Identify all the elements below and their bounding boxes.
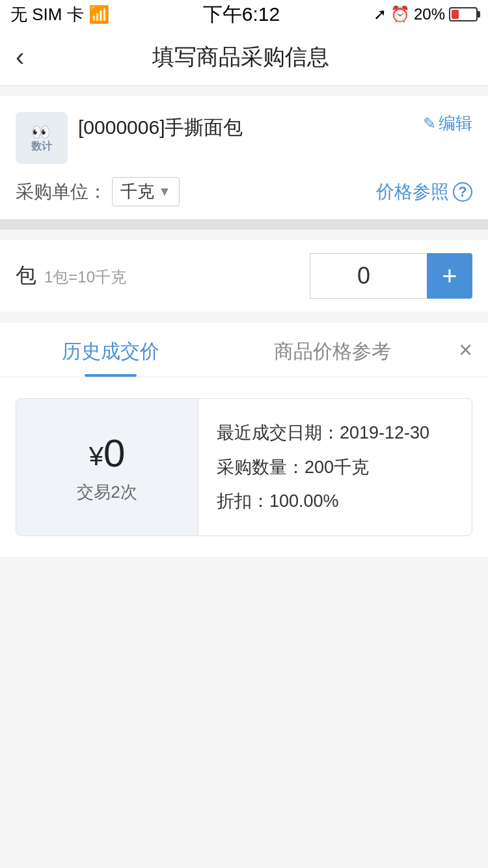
nav-bar: ‹ 填写商品采购信息	[0, 29, 488, 86]
tab-history-price-label: 历史成交价	[62, 340, 159, 362]
edit-label: 编辑	[439, 112, 472, 135]
price-value: 0	[103, 431, 125, 475]
purchase-qty-row: 采购数量：200千克	[217, 454, 454, 481]
product-unit-row: 采购单位： 千克 ▼ 价格参照 ?	[16, 177, 472, 206]
product-name: [0000006]手撕面包	[78, 112, 243, 141]
close-icon: ×	[459, 336, 472, 363]
discount-label: 折扣：	[217, 491, 269, 511]
price-ref-info-icon: ?	[453, 182, 472, 202]
quantity-unit: 包	[16, 262, 36, 290]
tab-product-price-ref[interactable]: 商品价格参考	[221, 323, 442, 377]
price-card-right: 最近成交日期：2019-12-30 采购数量：200千克 折扣：100.00%	[198, 399, 472, 536]
status-left: 无 SIM 卡 📶	[10, 3, 109, 26]
tabs-close-button[interactable]: ×	[443, 336, 488, 364]
recent-date-row: 最近成交日期：2019-12-30	[217, 420, 454, 446]
quantity-section: 包 1包=10千克 +	[0, 240, 488, 312]
recent-date-value: 2019-12-30	[340, 423, 429, 442]
logo-text: 数计	[31, 141, 52, 152]
product-logo: 👀 数计	[16, 112, 68, 164]
unit-arrow-icon: ▼	[158, 184, 171, 199]
divider	[0, 219, 488, 230]
location-icon: ➚	[373, 5, 386, 23]
quantity-input-wrap: +	[310, 253, 472, 299]
edit-button[interactable]: ✎ 编辑	[423, 112, 472, 135]
tab-content: ¥0 交易2次 最近成交日期：2019-12-30 采购数量：200千克 折扣：…	[0, 377, 488, 557]
product-info: 👀 数计 [0000006]手撕面包	[16, 112, 243, 164]
quantity-input[interactable]	[310, 253, 427, 299]
purchase-qty-label: 采购数量：	[217, 457, 305, 477]
price-card-left: ¥0 交易2次	[16, 399, 198, 536]
discount-value: 100.00%	[269, 491, 339, 511]
price-card: ¥0 交易2次 最近成交日期：2019-12-30 采购数量：200千克 折扣：…	[16, 398, 472, 536]
product-section: 👀 数计 [0000006]手撕面包 ✎ 编辑 采购单位： 千克 ▼ 价格参照 …	[0, 96, 488, 219]
battery-icon	[449, 7, 478, 21]
logo-eyes: 👀	[31, 124, 52, 140]
quantity-hint: 1包=10千克	[44, 267, 126, 288]
currency-symbol: ¥	[89, 441, 103, 470]
alarm-icon: ⏰	[390, 5, 410, 23]
price-amount: ¥0	[89, 431, 126, 476]
tabs-section: 历史成交价 商品价格参考 × ¥0 交易2次 最近成交日期：2019-12-30…	[0, 323, 488, 557]
unit-value: 千克	[120, 180, 154, 203]
price-trades: 交易2次	[77, 481, 137, 504]
unit-select[interactable]: 千克 ▼	[112, 177, 180, 206]
tabs-header: 历史成交价 商品价格参考 ×	[0, 323, 488, 377]
purchase-qty-value: 200千克	[305, 457, 369, 477]
battery-percent: 20%	[414, 5, 445, 23]
product-header: 👀 数计 [0000006]手撕面包 ✎ 编辑	[16, 112, 472, 164]
status-time: 下午6:12	[203, 1, 280, 28]
bottom-area	[0, 557, 488, 869]
quantity-left: 包 1包=10千克	[16, 262, 126, 290]
back-button[interactable]: ‹	[16, 42, 24, 72]
status-right: ➚ ⏰ 20%	[373, 5, 478, 23]
quantity-plus-button[interactable]: +	[427, 253, 472, 299]
unit-label: 采购单位：	[16, 180, 107, 204]
page-title: 填写商品采购信息	[34, 42, 446, 72]
tab-product-price-ref-label: 商品价格参考	[274, 340, 391, 362]
price-ref-button[interactable]: 价格参照 ?	[376, 180, 472, 204]
tab-history-price[interactable]: 历史成交价	[0, 323, 221, 377]
discount-row: 折扣：100.00%	[217, 488, 454, 515]
recent-date-label: 最近成交日期：	[217, 423, 340, 442]
price-ref-label: 价格参照	[376, 180, 449, 204]
edit-icon: ✎	[423, 115, 436, 133]
status-bar: 无 SIM 卡 📶 下午6:12 ➚ ⏰ 20%	[0, 0, 488, 29]
